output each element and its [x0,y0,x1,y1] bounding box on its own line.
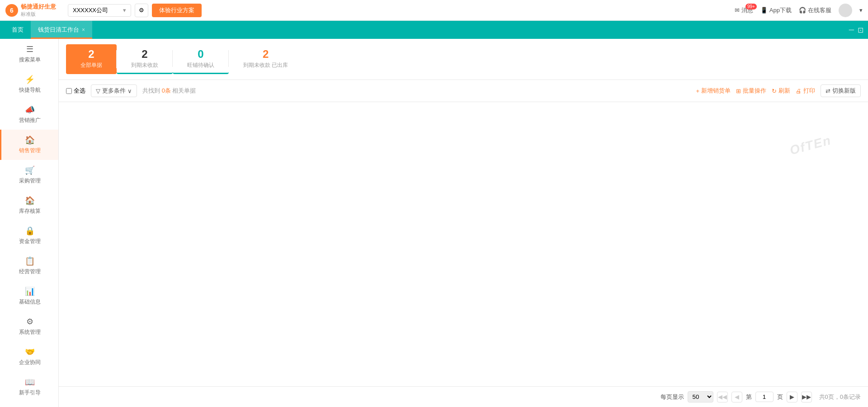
tab-close-button[interactable]: × [82,27,85,33]
filter-button[interactable]: ▽ 更多条件 ∨ [91,84,137,97]
nav-tabs: 首页 钱货日清工作台 × ─ ⊡ [0,21,868,39]
table-area: OfTEn [59,102,868,386]
marketing-icon: 📣 [25,105,35,115]
tab-active-indicator [31,37,92,39]
sidebar-item-quick-nav[interactable]: ⚡ 快捷导航 [0,69,58,99]
batch-icon: ⊞ [736,88,741,94]
batch-operation-button[interactable]: ⊞ 批量操作 [736,87,766,95]
summary-number-pending: 0 [198,48,203,61]
first-page-button[interactable]: ◀◀ [717,392,728,402]
filter-icon: ▽ [96,88,100,94]
print-icon: 🖨 [796,88,802,94]
batch-label: 批量操作 [743,87,766,95]
app-download-label: App下载 [769,6,792,14]
window-minimize-button[interactable]: ─ [849,26,854,34]
page-label: 第 [746,393,752,401]
sidebar-item-label-quick-nav: 快捷导航 [19,86,41,94]
message-badge: 99+ [745,4,757,9]
operation-icon: 📋 [25,256,35,266]
gear-icon: ⚙ [139,7,144,14]
summary-card-overdue-shipped[interactable]: 2 到期未收款 已出库 [229,44,302,74]
add-icon: + [696,88,699,94]
window-maximize-button[interactable]: ⊡ [858,26,863,34]
summary-card-overdue[interactable]: 2 到期未收款 [117,44,173,74]
add-sales-order-button[interactable]: + 新增销货单 [696,87,731,95]
sidebar-item-cooperation[interactable]: 🤝 企业协同 [0,342,58,372]
summary-number-overdue-shipped: 2 [263,48,269,61]
sidebar-item-label-system: 系统管理 [19,328,41,336]
username[interactable]: ▾ [859,7,863,14]
prev-page-button[interactable]: ◀ [731,392,742,402]
company-selector[interactable]: XXXXXX公司 ▾ [68,4,131,17]
sidebar-item-operation[interactable]: 📋 经营管理 [0,251,58,281]
sidebar-item-purchase[interactable]: 🛒 采购管理 [0,160,58,190]
sidebar-item-marketing[interactable]: 📣 营销推广 [0,99,58,130]
summary-number-overdue: 2 [142,48,147,61]
sidebar: ☰ 搜索菜单 ⚡ 快捷导航 📣 营销推广 🏠 销售管理 🛒 采购管理 🏠 库存核… [0,39,59,407]
select-all-checkbox[interactable]: 全选 [66,87,85,95]
settings-button[interactable]: ⚙ [135,4,148,17]
switch-version-button[interactable]: ⇄ 切换新版 [821,84,861,97]
summary-number-all: 2 [88,48,94,61]
sidebar-item-finance[interactable]: 🔒 资金管理 [0,220,58,251]
sidebar-item-label-cooperation: 企业协同 [19,359,41,366]
page-size-select[interactable]: 50 100 200 [688,391,713,402]
experience-button[interactable]: 体验行业方案 [152,4,202,17]
summary-label-overdue-shipped: 到期未收款 已出库 [243,61,288,69]
cooperation-icon: 🤝 [25,347,35,357]
found-prefix: 共找到 [142,87,160,94]
refresh-button[interactable]: ↻ 刷新 [772,87,790,95]
logo-badge: 标准版 [21,11,56,18]
last-page-button[interactable]: ▶▶ [801,392,812,402]
select-all-label: 全选 [74,87,85,95]
app-download-button[interactable]: 📱 App下载 [760,6,792,14]
sidebar-item-label-guide: 新手引导 [19,389,41,397]
page-size-label: 每页显示 [660,393,684,401]
logo-icon: 6 [5,4,18,17]
search-menu-icon: ☰ [26,44,33,54]
tab-current[interactable]: 钱货日清工作台 × [31,21,92,39]
avatar[interactable] [839,4,852,17]
sidebar-item-app-center[interactable]: 📦 应用中心 [0,402,58,407]
switch-icon: ⇄ [826,88,830,94]
sidebar-item-inventory[interactable]: 🏠 库存核算 [0,190,58,220]
print-button[interactable]: 🖨 打印 [796,87,815,95]
company-name: XXXXXX公司 [73,6,108,14]
company-dropdown-icon: ▾ [123,7,126,14]
sidebar-item-label-purchase: 采购管理 [19,177,41,185]
sidebar-item-label-inventory: 库存核算 [19,207,41,215]
quick-nav-icon: ⚡ [25,75,35,84]
filter-chevron-icon: ∨ [127,88,132,94]
summary-bar: 2 全部单据 2 到期未收款 0 旺铺待确认 2 到期未收款 已出库 [59,39,868,80]
sidebar-item-sales[interactable]: 🏠 销售管理 [0,130,58,160]
system-icon: ⚙ [26,317,33,327]
sidebar-item-basic-info[interactable]: 📊 基础信息 [0,281,58,311]
summary-card-pending[interactable]: 0 旺铺待确认 [173,44,229,74]
headset-icon: 🎧 [799,7,806,14]
found-suffix: 相关单据 [172,87,196,94]
refresh-label: 刷新 [778,87,790,95]
sidebar-item-label-finance: 资金管理 [19,238,41,245]
top-right-area: ✉ 消息 99+ 📱 App下载 🎧 在线客服 ▾ [735,4,863,17]
tab-window-controls: ─ ⊡ [849,26,863,34]
guide-icon: 📖 [25,377,35,387]
sidebar-item-search-menu[interactable]: ☰ 搜索菜单 [0,39,58,69]
purchase-icon: 🛒 [25,165,35,175]
page-suffix: 页 [777,393,783,401]
next-page-button[interactable]: ▶ [787,392,797,402]
logo-title: 畅捷通好生意 [21,3,56,11]
filter-label: 更多条件 [102,87,126,95]
watermark-text: OfTEn [788,133,833,158]
inventory-icon: 🏠 [25,196,35,206]
sidebar-item-system[interactable]: ⚙ 系统管理 [0,311,58,342]
message-button[interactable]: ✉ 消息 99+ [735,6,753,14]
tab-current-label: 钱货日清工作台 [38,26,79,34]
current-page-input[interactable] [755,392,774,402]
summary-card-all[interactable]: 2 全部单据 [66,44,117,74]
print-label: 打印 [803,87,815,95]
tab-home[interactable]: 首页 [5,21,31,39]
select-all-input[interactable] [66,88,72,94]
sidebar-item-guide[interactable]: 📖 新手引导 [0,372,58,402]
summary-label-overdue: 到期未收款 [131,61,158,69]
online-service-button[interactable]: 🎧 在线客服 [799,6,831,14]
